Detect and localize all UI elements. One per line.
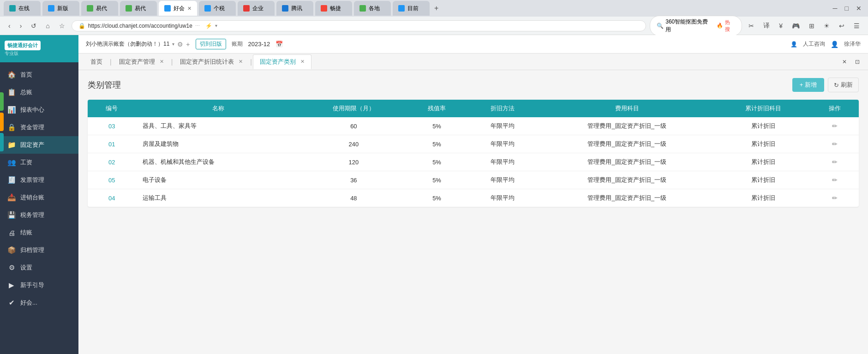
- sidebar-item-archive[interactable]: 📦 归档管理: [0, 241, 78, 259]
- window-maximize[interactable]: □: [842, 4, 851, 13]
- grid-btn[interactable]: ⊞: [806, 20, 817, 31]
- new-tab-button[interactable]: +: [431, 3, 441, 13]
- browser-tab-5[interactable]: 个税: [199, 1, 236, 16]
- switch-version-btn[interactable]: 切到旧版: [196, 39, 226, 49]
- browser-tab-2[interactable]: 易代: [81, 1, 118, 16]
- tab-close-4[interactable]: ✕: [187, 6, 192, 12]
- page-tab-asset-mgmt[interactable]: 固定资产管理 ✕: [113, 55, 170, 69]
- browser-tab-4[interactable]: 好会 ✕: [159, 1, 197, 16]
- sidebar-item-guide[interactable]: ▶ 新手引导: [0, 276, 78, 294]
- sidebar-item-reports[interactable]: 📊 报表中心: [0, 101, 78, 119]
- edit-btn-1[interactable]: ✏: [832, 140, 838, 148]
- address-chevron: ▾: [215, 23, 217, 28]
- tab-favicon-9: [359, 5, 366, 12]
- sidebar-label-home: 首页: [20, 71, 32, 79]
- window-close[interactable]: ✕: [853, 4, 864, 13]
- wallet-btn[interactable]: ¥: [776, 20, 785, 31]
- scissors-btn[interactable]: ✂: [746, 20, 757, 31]
- sidebar-item-funds[interactable]: 🔒 资金管理: [0, 119, 78, 136]
- edit-btn-3[interactable]: ✏: [832, 176, 838, 184]
- sidebar-item-invoice[interactable]: 🧾 发票管理: [0, 171, 78, 189]
- sidebar-item-purchase[interactable]: 📥 进销台账: [0, 189, 78, 206]
- browser-tab-0[interactable]: 在线: [4, 1, 41, 16]
- page-tab-home[interactable]: 首页: [84, 55, 109, 69]
- table-row: 05 电子设备 36 5% 年限平均 管理费用_固定资产折旧_一级 累计折旧 ✏: [88, 171, 859, 189]
- settings-gear-icon[interactable]: ⚙: [177, 41, 183, 48]
- content-expand-btn[interactable]: ⊡: [852, 58, 862, 66]
- address-bar[interactable]: 🔒 https://cloud.chanjet.com/accounting/u…: [72, 20, 646, 31]
- page-tab-category[interactable]: 固定资产类别 ✕: [253, 54, 311, 69]
- tab-close-category[interactable]: ✕: [300, 59, 305, 65]
- browser-tabs-bar: 在线 新版 易代 易代 好会 ✕ 个税 企业 腾讯 畅捷 各地 目前 +: [0, 0, 868, 17]
- sidebar-item-closing[interactable]: 🖨 结账: [0, 224, 78, 241]
- cell-cost-3: 管理费用_固定资产折旧_一级: [538, 171, 716, 189]
- tab-label-2: 易代: [96, 5, 107, 12]
- cell-ops-3: ✏: [810, 171, 859, 189]
- browser-tab-9[interactable]: 各地: [354, 1, 391, 16]
- browser-tab-6[interactable]: 企业: [238, 1, 275, 16]
- tab-favicon-3: [126, 5, 132, 12]
- translate-btn[interactable]: 译: [760, 20, 772, 32]
- undo-btn[interactable]: ↩: [836, 20, 847, 31]
- sidebar-item-tax[interactable]: 💾 税务管理: [0, 206, 78, 224]
- window-minimize[interactable]: ─: [830, 4, 840, 13]
- edit-btn-0[interactable]: ✏: [832, 122, 838, 130]
- sidebar-item-haokuai[interactable]: ✔ 好会...: [0, 294, 78, 312]
- hot-label: 热搜: [725, 19, 735, 33]
- refresh-btn[interactable]: ↻ 刷新: [828, 78, 859, 92]
- forward-button[interactable]: ›: [17, 20, 25, 31]
- refresh-button[interactable]: ↺: [28, 20, 39, 31]
- browser-tab-3[interactable]: 易代: [120, 1, 157, 16]
- settings-icon: ⚙: [7, 264, 16, 272]
- service-icon: 👤: [790, 41, 797, 48]
- tab-favicon-8: [321, 5, 327, 12]
- sun-btn[interactable]: ☀: [821, 20, 832, 31]
- browser-tab-8[interactable]: 畅捷: [315, 1, 352, 16]
- add-button[interactable]: + 新增: [792, 78, 824, 92]
- edit-btn-2[interactable]: ✏: [832, 158, 838, 166]
- period-value: 2023-12: [248, 41, 270, 48]
- sidebar-item-assets[interactable]: 📁 固定资产: [0, 136, 78, 154]
- cell-cost-1: 管理费用_固定资产折旧_一级: [538, 135, 716, 153]
- indicator-orange: [0, 113, 4, 131]
- tab-close-asset-mgmt[interactable]: ✕: [160, 59, 164, 65]
- tab-sep-3: |: [250, 58, 252, 66]
- sidebar-label-reports: 报表中心: [20, 106, 44, 114]
- account-name: 刘小艳演示账套（勿删勿动！）11: [86, 40, 169, 48]
- sidebar-item-home[interactable]: 🏠 首页: [0, 66, 78, 84]
- tab-label-3: 易代: [135, 5, 146, 12]
- sidebar-label-guide: 新手引导: [20, 281, 44, 289]
- game-btn[interactable]: 🎮: [789, 20, 802, 31]
- edit-btn-4[interactable]: ✏: [832, 194, 838, 202]
- calendar-icon[interactable]: 📅: [275, 41, 283, 48]
- sidebar-item-ledger[interactable]: 📋 总账: [0, 84, 78, 101]
- content-close-btn[interactable]: ✕: [839, 58, 850, 66]
- account-dropdown-icon[interactable]: ▾: [172, 42, 174, 47]
- sidebar-item-settings[interactable]: ⚙ 设置: [0, 259, 78, 276]
- tab-label-1: 新版: [57, 5, 68, 12]
- tab-favicon-10: [398, 5, 405, 12]
- sidebar-label-closing: 结账: [20, 228, 32, 237]
- sidebar-item-payroll[interactable]: 👥 工资: [0, 154, 78, 171]
- service-label[interactable]: 人工咨询: [803, 40, 825, 48]
- browser-tab-1[interactable]: 新版: [42, 1, 79, 16]
- sidebar-label-payroll: 工资: [20, 158, 32, 167]
- search-bar[interactable]: 🔍 360智能抠图免费用 🔥 热搜: [650, 16, 742, 36]
- add-account-icon[interactable]: +: [186, 41, 190, 48]
- cell-accum-1: 累计折旧: [716, 135, 810, 153]
- bookmark-button[interactable]: ☆: [56, 20, 68, 31]
- cell-method-2: 年限平均: [467, 153, 538, 171]
- payroll-icon: 👥: [7, 158, 16, 167]
- closing-icon: 🖨: [7, 229, 16, 237]
- browser-tab-10[interactable]: 目前: [393, 1, 430, 16]
- sidebar-label-tax: 税务管理: [20, 211, 44, 219]
- cell-residual-3: 5%: [407, 171, 467, 189]
- refresh-label: 刷新: [841, 81, 853, 89]
- browser-tab-7[interactable]: 腾讯: [276, 1, 313, 16]
- page-tab-depreciation[interactable]: 固定资产折旧统计表 ✕: [174, 55, 249, 69]
- home-button[interactable]: ⌂: [43, 20, 52, 31]
- tab-close-depreciation[interactable]: ✕: [239, 59, 243, 65]
- table-row: 03 器具、工具、家具等 60 5% 年限平均 管理费用_固定资产折旧_一级 累…: [88, 117, 859, 135]
- menu-btn[interactable]: ☰: [851, 20, 862, 31]
- back-button[interactable]: ‹: [6, 20, 13, 31]
